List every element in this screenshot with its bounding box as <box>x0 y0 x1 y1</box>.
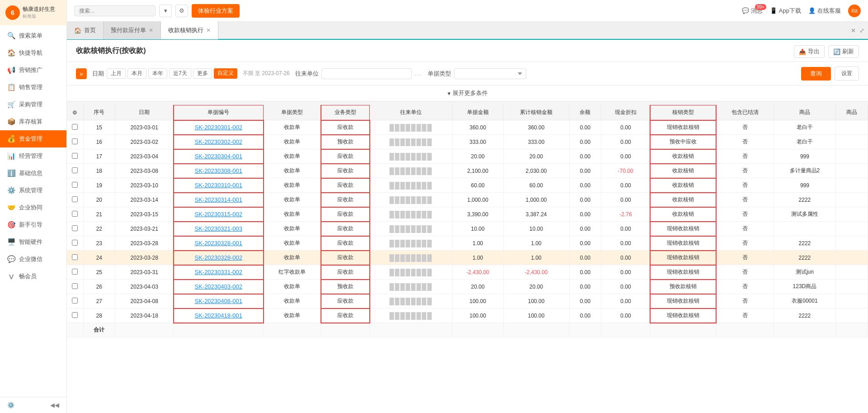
sidebar-item-purchase[interactable]: 🛒 采购管理 <box>0 96 66 113</box>
td-bill-no[interactable]: SK-20230315-002 <box>174 207 264 222</box>
date-btn-last-month[interactable]: 上月 <box>107 68 126 79</box>
table-row[interactable]: 232023-03-28SK-20230328-001收款单应收款███████… <box>67 236 868 251</box>
settings-filter-btn[interactable]: 设置 <box>835 66 859 81</box>
table-row[interactable]: 182023-03-08SK-20230308-001收款单应收款███████… <box>67 164 868 178</box>
gear-btn[interactable]: ⚙ <box>175 5 188 17</box>
td-amount: 10.00 <box>453 222 504 236</box>
td-bill-no[interactable]: SK-20230328-001 <box>174 236 264 251</box>
sidebar-item-guide[interactable]: 🎯 新手引导 <box>0 216 66 233</box>
tab-close-icon[interactable]: ✕ <box>851 27 856 34</box>
solution-btn[interactable]: 体验行业方案 <box>192 4 240 18</box>
tab-home[interactable]: 🏠 首页 <box>67 21 104 39</box>
td-bill-no-link[interactable]: SK-20230328-002 <box>194 254 242 261</box>
sidebar-item-system[interactable]: ⚙️ 系统管理 <box>0 182 66 199</box>
td-bill-no[interactable]: SK-20230331-002 <box>174 265 264 280</box>
search-nav-input[interactable] <box>74 5 156 16</box>
dropdown-btn[interactable]: ▾ <box>159 5 172 17</box>
tab-collection[interactable]: 收款核销执行 ✕ <box>161 21 218 39</box>
sidebar-item-wechat[interactable]: 💬 企业微信 <box>0 251 66 268</box>
td-bill-no-link[interactable]: SK-20230408-001 <box>194 298 242 304</box>
td-bill-no[interactable]: SK-20230304-001 <box>174 149 264 164</box>
date-custom-btn[interactable]: 自定义 <box>214 68 237 79</box>
query-btn[interactable]: 查询 <box>801 67 831 81</box>
tab-expand-icon[interactable]: ⤢ <box>859 27 864 34</box>
sidebar-item-basic[interactable]: ℹ️ 基础信息 <box>0 165 66 182</box>
td-bill-no[interactable]: SK-20230408-001 <box>174 294 264 309</box>
partner-input[interactable] <box>321 68 412 79</box>
sidebar-item-inventory[interactable]: 📦 库存核算 <box>0 113 66 130</box>
table-row[interactable]: 252023-03-31SK-20230331-002红字收款单应收款█████… <box>67 265 868 280</box>
td-bill-no-link[interactable]: SK-20230331-002 <box>194 269 242 275</box>
td-discount: 0.00 <box>601 294 650 309</box>
td-bill-no[interactable]: SK-20230310-001 <box>174 178 264 193</box>
filter-expand-btn[interactable]: » <box>76 68 87 79</box>
table-row[interactable]: 162023-03-02SK-20230302-002收款单预收款███████… <box>67 135 868 149</box>
table-row[interactable]: 272023-04-08SK-20230408-001收款单应收款███████… <box>67 294 868 309</box>
billtype-select[interactable] <box>454 68 526 79</box>
table-row[interactable]: 222023-03-21SK-20230321-003收款单应收款███████… <box>67 222 868 236</box>
messages-btn[interactable]: 💬 消息 99+ <box>742 7 763 15</box>
td-bill-no[interactable]: SK-20230308-001 <box>174 164 264 178</box>
td-bill-no-link[interactable]: SK-20230403-002 <box>194 283 242 290</box>
td-verify-type: 收款核销 <box>650 149 716 164</box>
table-row[interactable]: 242023-03-28SK-20230328-002收款单应收款███████… <box>67 251 868 265</box>
date-btn-7days[interactable]: 近7天 <box>169 68 191 79</box>
sidebar-item-quicknav[interactable]: 🏠 快捷导航 <box>0 44 66 62</box>
td-bill-no[interactable]: SK-20230302-002 <box>174 135 264 149</box>
date-btn-this-year[interactable]: 本年 <box>148 68 167 79</box>
td-bill-no-link[interactable]: SK-20230310-001 <box>194 182 242 189</box>
sidebar-item-corp[interactable]: 🤝 企业协同 <box>0 199 66 216</box>
expand-more-btn[interactable]: ▾ 展开更多条件 <box>442 87 493 99</box>
th-bill-no: 单据编号 <box>174 105 264 120</box>
td-include-settled: 否 <box>716 222 774 236</box>
refresh-btn[interactable]: 🔄 刷新 <box>828 45 859 58</box>
td-bill-type: 收款单 <box>264 280 321 294</box>
tab-close-collection[interactable]: ✕ <box>206 27 211 33</box>
table-row[interactable]: 212023-03-15SK-20230315-002收款单应收款███████… <box>67 207 868 222</box>
table-row[interactable]: 152023-03-01SK-20230301-002收款单应收款███████… <box>67 120 868 135</box>
partner-label: 往来单位 <box>295 70 319 78</box>
td-bill-no-link[interactable]: SK-20230302-002 <box>194 138 242 145</box>
td-bill-no[interactable]: SK-20230418-001 <box>174 309 264 323</box>
collapse-icon[interactable]: ◀◀ <box>50 402 59 408</box>
td-bill-no-link[interactable]: SK-20230308-001 <box>194 167 242 174</box>
date-btn-this-month[interactable]: 本月 <box>127 68 146 79</box>
td-bill-no-link[interactable]: SK-20230418-001 <box>194 312 242 319</box>
table-row[interactable]: 192023-03-10SK-20230310-001收款单应收款███████… <box>67 178 868 193</box>
td-bill-no[interactable]: SK-20230314-001 <box>174 193 264 207</box>
td-bill-no[interactable]: SK-20230328-002 <box>174 251 264 265</box>
sidebar-item-hardware[interactable]: 🖥️ 智能硬件 <box>0 233 66 251</box>
td-bill-no-link[interactable]: SK-20230328-001 <box>194 240 242 247</box>
td-biz-type: 预收款 <box>321 280 370 294</box>
sidebar-item-search[interactable]: 🔍 搜索菜单 <box>0 27 66 44</box>
td-bill-no-link[interactable]: SK-20230315-002 <box>194 211 242 218</box>
app-download-btn[interactable]: 📱 App下载 <box>770 7 801 15</box>
table-row[interactable]: 282023-04-18SK-20230418-001收款单应收款███████… <box>67 309 868 323</box>
td-bill-no-link[interactable]: SK-20230304-001 <box>194 153 242 160</box>
table-row[interactable]: 262023-04-03SK-20230403-002收款单预收款███████… <box>67 280 868 294</box>
td-goods2 <box>836 280 868 294</box>
sidebar-item-operation[interactable]: 📊 经营管理 <box>0 147 66 165</box>
sidebar-item-finance[interactable]: 💰 资金管理 <box>0 130 66 147</box>
settings-bottom-icon[interactable]: ⚙️ <box>7 402 14 408</box>
sidebar-item-member[interactable]: V 畅会员 <box>0 268 66 285</box>
td-bill-no[interactable]: SK-20230301-002 <box>174 120 264 135</box>
td-bill-no[interactable]: SK-20230403-002 <box>174 280 264 294</box>
td-bill-no[interactable]: SK-20230321-003 <box>174 222 264 236</box>
table-row[interactable]: 172023-03-04SK-20230304-001收款单应收款███████… <box>67 149 868 164</box>
td-bill-no-link[interactable]: SK-20230321-003 <box>194 225 242 232</box>
sidebar-item-sales[interactable]: 📋 销售管理 <box>0 79 66 96</box>
td-verified: 100.00 <box>503 294 569 309</box>
export-btn[interactable]: 📤 导出 <box>794 45 825 58</box>
online-service-btn[interactable]: 👤 在线客服 <box>808 7 841 15</box>
tab-prepay[interactable]: 预付款应付单 ✕ <box>104 21 161 39</box>
user-avatar[interactable]: Rit <box>848 5 861 17</box>
th-settings[interactable]: ⚙ <box>67 105 83 120</box>
table-row[interactable]: 202023-03-14SK-20230314-001收款单应收款███████… <box>67 193 868 207</box>
td-bill-no-link[interactable]: SK-20230314-001 <box>194 196 242 203</box>
td-no: 18 <box>83 164 115 178</box>
date-btn-more[interactable]: 更多 <box>193 68 212 79</box>
tab-close-prepay[interactable]: ✕ <box>149 27 153 33</box>
sidebar-item-marketing[interactable]: 📢 营销推广 <box>0 62 66 79</box>
td-bill-no-link[interactable]: SK-20230301-002 <box>194 124 242 131</box>
